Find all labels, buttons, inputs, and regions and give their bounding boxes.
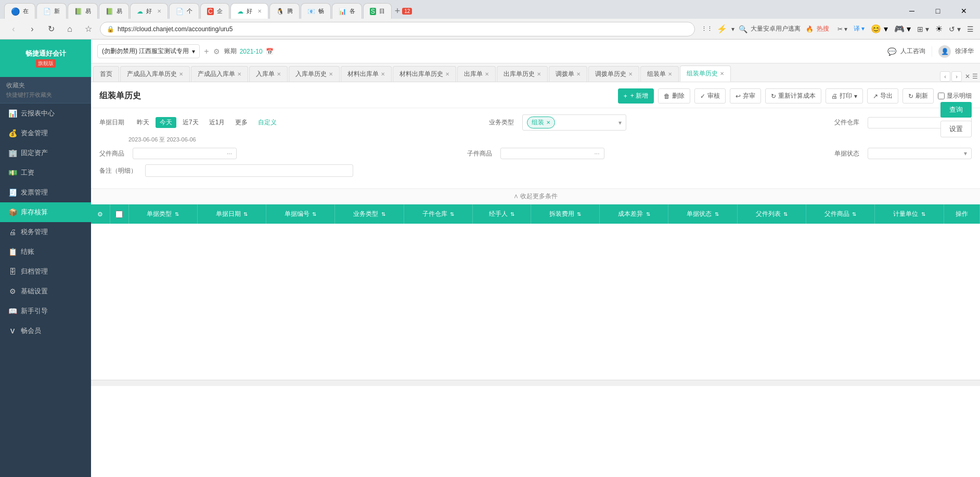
audit-button[interactable]: ✓ 审核 [694,88,726,104]
nav-tab-transfer[interactable]: 调拨单 ✕ [549,66,587,82]
sidebar-favorites[interactable]: 收藏夹 快捷键打开收藏夹 [0,77,91,104]
col-parent-list[interactable]: 父件列表 ⇅ [737,204,806,224]
sidebar-item-inventory[interactable]: 📦 库存核算 [0,202,91,222]
calendar-icon[interactable]: 📅 [266,48,274,55]
nav-tab-in-order[interactable]: 入库单 ✕ [249,66,288,82]
order-status-dropdown[interactable]: ▾ [964,150,967,157]
tab-close-in-order[interactable]: ✕ [277,71,281,77]
tab-close-material-out-history[interactable]: ✕ [445,71,449,77]
business-type-tag-close[interactable]: ✕ [546,120,550,125]
nav-tab-material-out-history[interactable]: 材料出库单历史 ✕ [393,66,456,82]
browser-tab-7[interactable]: C 企 [200,3,229,19]
display-detail-checkbox[interactable] [938,93,945,99]
new-tab-btn[interactable]: + [395,6,401,17]
maximize-btn[interactable]: □ [926,3,950,19]
browser-tab-6[interactable]: 📄 个 [169,3,199,19]
browser-tab-5[interactable]: ☁ 好 ✕ [130,3,168,19]
tab-scroll-left[interactable]: ‹ [940,71,950,82]
sidebar-item-invoice[interactable]: 🧾 发票管理 [0,183,91,202]
col-type[interactable]: 单据类型 ⇅ [128,204,197,224]
sidebar-item-settlement[interactable]: 📋 结账 [0,242,91,262]
col-settings[interactable]: ⚙ [91,204,110,224]
business-type-input[interactable]: 组装 ✕ ▾ [522,114,626,131]
tab-close-material-out[interactable]: ✕ [381,71,385,77]
col-unit[interactable]: 计量单位 ⇅ [875,204,944,224]
company-selector[interactable]: (勿删勿禁用) 江西服宝测试专用 ▾ [97,44,200,58]
nav-tab-out-order[interactable]: 出库单 ✕ [457,66,496,82]
sidebar-item-fixed-assets[interactable]: 🏢 固定资产 [0,143,91,163]
order-status-select[interactable]: ▾ [868,148,972,159]
user-label[interactable]: 徐泽华 [955,47,974,56]
reload-btn[interactable]: ↻ [44,22,58,36]
tab-menu[interactable]: ☰ [972,73,978,80]
col-number[interactable]: 单据编号 ⇅ [266,204,335,224]
date-option-last7[interactable]: 近7天 [178,117,203,128]
nav-tab-transfer-history[interactable]: 调拨单历史 ✕ [588,66,639,82]
grid-icon[interactable]: ⊞ ▾ [917,25,929,33]
consultant-label[interactable]: 人工咨询 [900,47,925,56]
parent-goods-input[interactable]: ··· [133,148,237,159]
tab-close-assembly-in-history[interactable]: ✕ [179,71,183,77]
display-detail-container[interactable]: 显示明细 [938,92,972,100]
sidebar-item-archive[interactable]: 🗄 归档管理 [0,262,91,281]
bookmark-btn[interactable]: ☆ [81,22,96,36]
col-check[interactable] [110,204,128,224]
col-disassemble-fee[interactable]: 拆装费用 ⇅ [531,204,599,224]
lightning-icon[interactable]: ⚡ [717,24,727,34]
sun-icon[interactable]: ☀ [935,24,943,34]
apps-icon[interactable]: ⋮⋮ [701,25,713,32]
back-btn[interactable]: ‹ [6,22,21,36]
search-button[interactable]: 查询 [940,102,972,118]
date-option-today[interactable]: 今天 [156,117,176,128]
nav-tab-material-out[interactable]: 材料出库单 ✕ [341,66,392,82]
col-order-status[interactable]: 单据状态 ⇅ [668,204,737,224]
close-btn[interactable]: ✕ [952,3,976,19]
add-btn-topbar[interactable]: + [204,47,209,56]
export-button[interactable]: ↗ 导出 [867,88,898,104]
sidebar-item-member[interactable]: V 畅会员 [0,321,91,341]
browser-tab-1[interactable]: 🔵 在 [4,3,35,19]
home-btn[interactable]: ⌂ [62,22,77,36]
nav-tab-in-history[interactable]: 入库单历史 ✕ [289,66,340,82]
settings-btn-topbar[interactable]: ⚙ [213,47,220,56]
sidebar-item-guide[interactable]: 📖 新手引导 [0,301,91,321]
recalculate-button[interactable]: ↻ 重新计算成本 [765,88,821,104]
col-parent-goods[interactable]: 父件商品 ⇅ [806,204,875,224]
tab-close-out-history[interactable]: ✕ [537,71,541,77]
collapse-button[interactable]: ∧ 收起更多条件 [91,189,980,204]
filter-settings-button[interactable]: 设置 [940,121,972,137]
nav-tab-out-history[interactable]: 出库单历史 ✕ [497,66,548,82]
browser-tab-3[interactable]: 📗 易 [68,3,98,19]
child-goods-more[interactable]: ··· [594,150,599,157]
undo-icon[interactable]: ↺ ▾ [949,25,961,33]
url-bar[interactable]: 🔒 https://cloud.chanjet.com/accounting/u… [100,22,695,36]
favorites-title[interactable]: 收藏夹 [6,81,85,90]
tab-close-transfer-history[interactable]: ✕ [628,71,633,77]
tab-scroll-right[interactable]: › [951,71,962,82]
browser-tab-4[interactable]: 📗 易 [99,3,129,19]
browser-tab-8[interactable]: ☁ 好 ✕ [230,3,268,19]
parent-goods-more[interactable]: ··· [227,150,232,157]
sidebar-item-tax[interactable]: 🖨 税务管理 [0,222,91,242]
browser-tab-2[interactable]: 📄 新 [36,3,67,19]
tab-close-assembly[interactable]: ✕ [668,71,672,77]
col-date[interactable]: 单据日期 ⇅ [197,204,266,224]
browser-tab-10[interactable]: 📧 畅 [301,3,331,19]
nav-tab-assembly[interactable]: 组装单 ✕ [640,66,679,82]
nav-tab-assembly-in-history[interactable]: 产成品入库单历史 ✕ [120,66,190,82]
bottom-scrollbar[interactable] [91,380,980,386]
browser-tab-11[interactable]: 📊 各 [332,3,362,19]
abandon-button[interactable]: ↩ 弃审 [730,88,761,104]
close-all-tabs[interactable]: ✕ [965,73,970,80]
forward-btn[interactable]: › [25,22,40,36]
col-handler[interactable]: 经手人 ⇅ [472,204,531,224]
print-button[interactable]: 🖨 打印 ▾ [826,88,863,104]
tab-close-assembly-in[interactable]: ✕ [237,71,241,77]
select-all-checkbox[interactable] [115,211,123,218]
col-business-type[interactable]: 业务类型 ⇅ [335,204,404,224]
tab-close-in-history[interactable]: ✕ [329,71,333,77]
sidebar-item-reports[interactable]: 📊 云报表中心 [0,104,91,123]
col-cost-diff[interactable]: 成本差异 ⇅ [600,204,668,224]
dropdown-arrow[interactable]: ▾ [731,25,734,33]
tab-close-out-order[interactable]: ✕ [485,71,489,77]
